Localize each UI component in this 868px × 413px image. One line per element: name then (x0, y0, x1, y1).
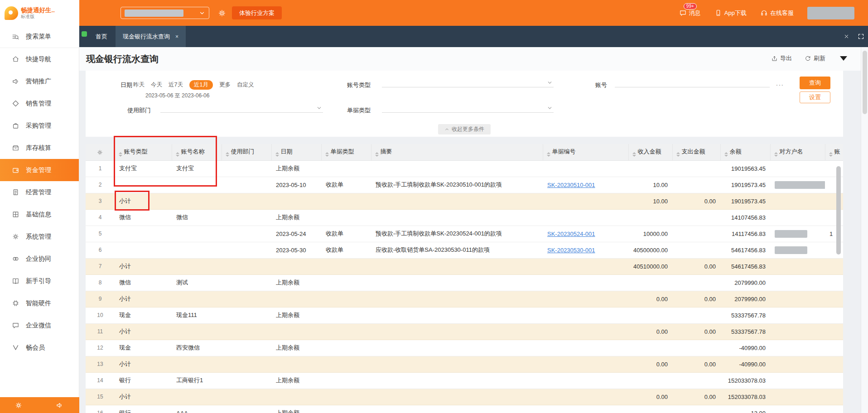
column-header[interactable]: 收入金额 (628, 144, 672, 160)
close-icon[interactable] (844, 34, 849, 39)
tab-cash-bank-query[interactable]: 现金银行流水查询 × (116, 26, 186, 47)
sort-icon[interactable] (724, 152, 728, 157)
table-row-subtotal[interactable]: 15小计0.000.00152033078.03 (86, 389, 843, 405)
cell-summary (371, 389, 543, 405)
sidebar-item-menu-search[interactable]: 搜索菜单 (0, 26, 79, 48)
fullscreen-icon[interactable] (858, 33, 864, 40)
export-button[interactable]: 导出 (771, 54, 792, 62)
page-scrollbar-thumb[interactable] (863, 51, 867, 114)
column-header[interactable]: 余额 (720, 144, 770, 160)
table-row[interactable]: 14银行工商银行1上期余额152033078.03 (86, 372, 843, 389)
cell-party (770, 258, 825, 274)
sort-icon[interactable] (176, 152, 179, 157)
sort-icon[interactable] (774, 152, 778, 157)
tab-home[interactable]: 首页 (87, 26, 116, 47)
column-header[interactable]: 单据编号 (543, 144, 628, 160)
cell-doc (321, 372, 371, 389)
column-header[interactable]: 对方户名 (770, 144, 825, 160)
table-row-subtotal[interactable]: 13小计0.000.00-40990.00 (86, 356, 843, 372)
table-row[interactable]: 22023-05-10收款单预收款-手工填制收款单SK-20230510-001… (86, 177, 843, 193)
messages-button[interactable]: 99+ 消息 (679, 9, 701, 17)
sidebar-item-box[interactable]: 库存核算 (0, 137, 79, 159)
column-header[interactable]: 摘要 (371, 144, 543, 160)
page-scrollbar[interactable] (861, 47, 868, 413)
sidebar-item-wallet[interactable]: 资金管理 (0, 159, 79, 181)
sidebar-item-horn[interactable]: 营销推广 (0, 70, 79, 92)
sort-icon[interactable] (119, 152, 122, 157)
table-row[interactable]: 16银行AAA上期余额13.00 (86, 405, 843, 413)
table-row[interactable]: 52023-05-24收款单预收款-手工填制收款单SK-20230524-001… (86, 226, 843, 242)
sidebar-item-bag[interactable]: 采购管理 (0, 115, 79, 137)
table-row[interactable]: 12现金西安微信上期余额-40990.00 (86, 340, 843, 356)
cell-dept (222, 340, 271, 356)
sort-icon[interactable] (829, 152, 833, 157)
doc-number-link[interactable]: SK-20230530-001 (547, 247, 595, 254)
date-quick-option[interactable]: 更多 (219, 81, 231, 89)
company-select[interactable] (121, 7, 209, 19)
sidebar-item-gear[interactable]: 系统管理 (0, 226, 79, 248)
column-header[interactable]: 日期 (271, 144, 321, 160)
date-quick-option[interactable]: 近1月 (189, 80, 213, 90)
table-row-subtotal[interactable]: 9小计0.000.002079990.00 (86, 291, 843, 307)
settings-gear-icon[interactable] (14, 401, 23, 409)
tab-close-icon[interactable]: × (175, 34, 178, 40)
sort-icon[interactable] (632, 152, 636, 157)
sidebar-item-v[interactable]: 畅会员 (0, 336, 79, 359)
sort-icon[interactable] (375, 152, 379, 157)
cell-income: 40500000.00 (628, 242, 672, 258)
refresh-button[interactable]: 刷新 (805, 54, 825, 62)
cell-balance: 53337567.78 (720, 323, 770, 340)
column-header[interactable]: 使用部门 (222, 144, 271, 160)
sort-icon[interactable] (547, 152, 550, 157)
doc-number-link[interactable]: SK-20230524-001 (547, 231, 595, 237)
app-download-button[interactable]: App下载 (714, 9, 747, 17)
account-input[interactable] (615, 77, 770, 87)
date-quick-option[interactable]: 昨天 (133, 81, 145, 89)
sidebar-item-link[interactable]: 企业协同 (0, 248, 79, 270)
doc-type-select[interactable] (382, 102, 554, 113)
doc-number-link[interactable]: SK-20230510-001 (547, 182, 595, 188)
sort-icon[interactable] (275, 152, 279, 157)
column-settings-gear-icon[interactable] (96, 149, 103, 156)
column-header[interactable]: 账 (825, 144, 843, 160)
column-header[interactable]: 账号名称 (172, 144, 222, 160)
table-row[interactable]: 10现金现金111上期余额53337567.78 (86, 307, 843, 323)
table-row[interactable]: 8微信测试上期余额2079990.00 (86, 274, 843, 291)
date-quick-option[interactable]: 近7天 (169, 81, 183, 89)
sidebar-item-book[interactable]: 新手引导 (0, 270, 79, 292)
sidebar-item-home[interactable]: 快捷导航 (0, 48, 79, 70)
table-row[interactable]: 4微信微信上期余额14107456.83 (86, 209, 843, 226)
scroll-caret-icon[interactable] (840, 56, 847, 61)
sidebar-item-doc[interactable]: 经营管理 (0, 181, 79, 203)
trial-plan-button[interactable]: 体验行业方案 (232, 6, 282, 19)
column-header[interactable]: 支出金额 (672, 144, 720, 160)
table-row-subtotal[interactable]: 11小计0.000.0053337567.78 (86, 323, 843, 340)
table-scrollbar-thumb[interactable] (836, 166, 841, 255)
sidebar-item-grid[interactable]: 基础信息 (0, 203, 79, 226)
date-quick-option[interactable]: 自定义 (237, 81, 254, 89)
sort-icon[interactable] (676, 152, 680, 157)
sort-icon[interactable] (226, 152, 229, 157)
table-row-subtotal[interactable]: 7小计40510000.000.0054617456.83 (86, 258, 843, 274)
department-select[interactable] (160, 102, 323, 113)
table-row[interactable]: 1支付宝支付宝上期余额19019563.45 (86, 160, 843, 177)
sidebar-item-chat[interactable]: 企业微信 (0, 314, 79, 336)
collapse-filters-button[interactable]: 收起更多条件 (438, 124, 491, 134)
gear-icon[interactable] (217, 9, 227, 18)
more-options-button[interactable]: ... (776, 80, 784, 87)
online-support-button[interactable]: 在线客服 (760, 9, 794, 17)
account-type-select[interactable] (382, 77, 554, 87)
settings-button[interactable]: 设置 (800, 91, 830, 103)
query-button[interactable]: 查询 (800, 77, 830, 89)
table-row[interactable]: 62023-05-30收款单应收款-收取销货单SA-20230530-011的款… (86, 242, 843, 258)
table-settings-cell[interactable] (86, 144, 115, 160)
sort-icon[interactable] (325, 152, 329, 157)
sidebar-item-diamond[interactable]: 销售管理 (0, 92, 79, 115)
table-row-subtotal[interactable]: 3小计10.000.0019019573.45 (86, 193, 843, 209)
sidebar-item-chip[interactable]: 智能硬件 (0, 292, 79, 314)
date-quick-option[interactable]: 今天 (151, 81, 162, 89)
column-header[interactable]: 单据类型 (321, 144, 371, 160)
column-header[interactable]: 账号类型 (115, 144, 172, 160)
speaker-icon[interactable] (56, 401, 64, 409)
cell-name (172, 258, 222, 274)
